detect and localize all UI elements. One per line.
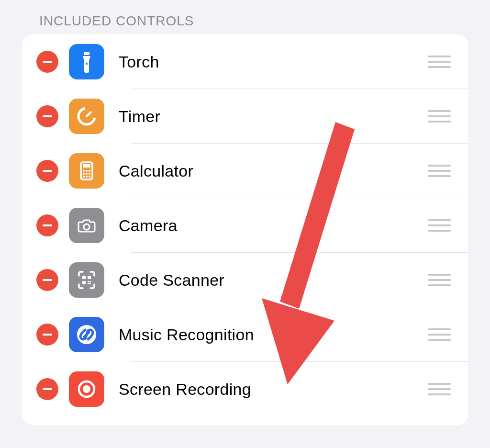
svg-rect-16	[82, 276, 86, 279]
control-label: Camera	[119, 216, 422, 235]
control-row-calculator[interactable]: Calculator	[22, 144, 468, 198]
svg-rect-20	[89, 283, 91, 284]
svg-point-15	[84, 224, 89, 230]
camera-icon	[69, 208, 104, 243]
svg-point-9	[83, 173, 85, 175]
svg-line-3	[87, 112, 91, 116]
settings-section: INCLUDED CONTROLS Torch	[0, 0, 490, 425]
svg-point-14	[89, 176, 90, 178]
included-controls-list: Torch Timer	[22, 34, 468, 425]
minus-icon	[43, 224, 52, 226]
svg-rect-5	[83, 164, 90, 168]
svg-rect-21	[88, 283, 89, 284]
drag-handle-icon[interactable]	[422, 56, 451, 68]
control-row-code-scanner[interactable]: Code Scanner	[22, 253, 468, 307]
remove-button[interactable]	[36, 51, 58, 73]
svg-rect-0	[84, 52, 89, 55]
drag-handle-icon[interactable]	[422, 110, 451, 123]
remove-button[interactable]	[36, 269, 58, 291]
drag-handle-icon[interactable]	[422, 328, 451, 341]
svg-rect-18	[82, 281, 86, 284]
torch-icon	[69, 44, 104, 79]
drag-handle-icon[interactable]	[422, 219, 451, 232]
control-label: Torch	[119, 53, 422, 71]
drag-handle-icon[interactable]	[422, 383, 451, 395]
remove-button[interactable]	[36, 160, 58, 182]
screen-recording-icon	[69, 371, 104, 407]
control-label: Timer	[119, 107, 422, 126]
remove-button[interactable]	[36, 105, 58, 127]
control-label: Calculator	[119, 162, 422, 180]
svg-point-6	[83, 170, 85, 172]
minus-icon	[43, 388, 52, 390]
svg-rect-17	[88, 276, 91, 279]
control-row-camera[interactable]: Camera	[22, 198, 468, 253]
minus-icon	[43, 115, 52, 117]
remove-button[interactable]	[36, 378, 58, 400]
timer-icon	[69, 99, 104, 134]
svg-point-8	[89, 170, 90, 172]
control-label: Code Scanner	[119, 271, 422, 290]
shazam-icon	[69, 317, 104, 352]
svg-point-10	[86, 173, 88, 175]
section-header: INCLUDED CONTROLS	[22, 13, 468, 34]
control-row-screen-recording[interactable]: Screen Recording	[22, 362, 468, 416]
minus-icon	[43, 61, 52, 63]
svg-point-1	[86, 63, 88, 65]
svg-point-25	[83, 385, 90, 393]
qr-scanner-icon	[69, 262, 104, 298]
drag-handle-icon[interactable]	[422, 274, 451, 286]
minus-icon	[43, 334, 52, 336]
svg-rect-22	[89, 281, 91, 282]
minus-icon	[43, 170, 52, 172]
control-row-torch[interactable]: Torch	[22, 34, 468, 89]
svg-rect-19	[88, 281, 89, 282]
control-label: Screen Recording	[119, 380, 422, 399]
remove-button[interactable]	[36, 214, 58, 236]
calculator-icon	[69, 153, 104, 189]
svg-point-11	[89, 173, 90, 175]
svg-point-13	[86, 176, 88, 178]
control-row-timer[interactable]: Timer	[22, 89, 468, 144]
svg-point-7	[86, 170, 88, 172]
remove-button[interactable]	[36, 324, 58, 346]
drag-handle-icon[interactable]	[422, 165, 451, 177]
minus-icon	[43, 279, 52, 281]
control-label: Music Recognition	[119, 325, 422, 344]
svg-point-12	[83, 176, 85, 178]
control-row-music-recognition[interactable]: Music Recognition	[22, 307, 468, 362]
